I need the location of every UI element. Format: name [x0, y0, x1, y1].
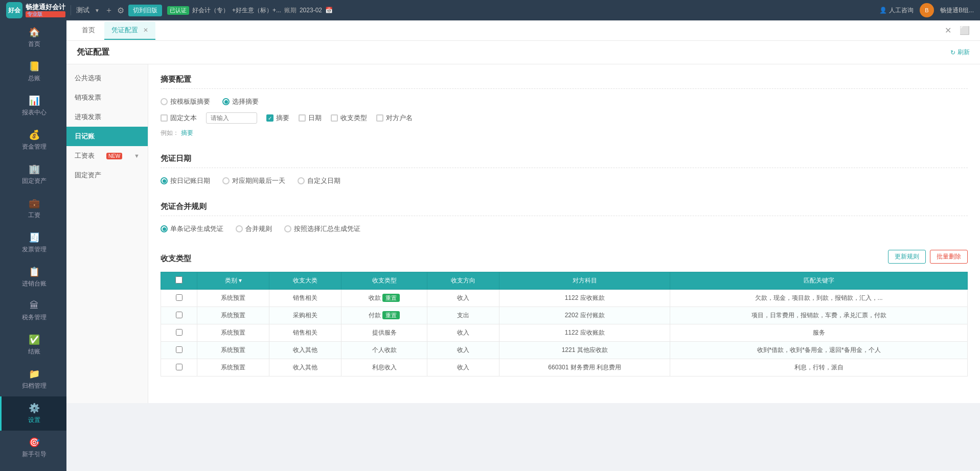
checkbox-date-box	[299, 114, 306, 122]
user-name: 畅捷通B组...	[940, 6, 974, 15]
home-icon: 🏠	[29, 27, 40, 38]
radio-single-label: 单条记录生成凭证	[170, 224, 223, 233]
sub-nav-salary[interactable]: 工资表 NEW ▼	[66, 146, 148, 166]
th-checkbox[interactable]	[161, 272, 197, 290]
row-checkbox-5[interactable]	[176, 364, 183, 370]
sidebar-item-reports[interactable]: 📊 报表中心	[0, 89, 66, 123]
service-button[interactable]: 👤 人工咨询	[879, 6, 914, 15]
radio-select[interactable]: 选择摘要	[222, 97, 259, 106]
radio-merge-circle	[236, 225, 243, 232]
reports-icon: 📊	[29, 95, 40, 106]
tab-voucher-config[interactable]: 凭证配置 ✕	[104, 21, 155, 40]
certified-tag: 已认证	[167, 6, 189, 15]
sidebar-item-settings[interactable]: ⚙️ 设置	[0, 396, 66, 431]
top-bar-right: 👤 人工咨询 B 畅捷通B组...	[879, 3, 974, 17]
content-area: 首页 凭证配置 ✕ ✕ ⬜ 凭证配置 ↻ 刷新	[66, 20, 980, 471]
row-checkbox-1[interactable]	[176, 294, 183, 301]
sidebar-item-closing[interactable]: ✅ 结账	[0, 328, 66, 362]
sidebar-item-tax[interactable]: 🏛 税务管理	[0, 294, 66, 328]
sidebar-item-assets[interactable]: 🏢 固定资产	[0, 157, 66, 192]
td-type-2: 付款 重置	[341, 307, 427, 324]
sub-nav-purchase-invoice[interactable]: 进项发票	[66, 107, 148, 127]
fixed-text-input[interactable]	[206, 112, 257, 124]
radio-custom-date[interactable]: 自定义日期	[298, 176, 340, 185]
checkbox-fixed-text-box	[161, 114, 168, 122]
reset-tag-1[interactable]: 重置	[382, 294, 400, 302]
page-content: 凭证配置 ↻ 刷新 公共选项 销项发票 进项发票	[66, 41, 980, 471]
radio-merge[interactable]: 合并规则	[236, 224, 272, 233]
row-checkbox-2[interactable]	[176, 312, 183, 318]
sub-nav-public[interactable]: 公共选项	[66, 68, 148, 88]
status-bar: 已认证 好会计（专） +好生意（标）+... 账期 2023-02 📅	[167, 6, 333, 15]
checkbox-type[interactable]: 收支类型	[331, 113, 367, 123]
checkbox-summary[interactable]: ✓ 摘要	[266, 113, 289, 123]
section-header-row: 收支类型 更新规则 批量删除	[161, 250, 968, 268]
sidebar-item-purchases[interactable]: 📋 进销台账	[0, 260, 66, 294]
td-category-4: 系统预置	[197, 342, 269, 359]
sidebar-item-funds[interactable]: 💰 资金管理	[0, 123, 66, 157]
sidebar-item-archive[interactable]: 📁 归档管理	[0, 362, 66, 396]
voucher-date-title: 凭证日期	[161, 154, 968, 168]
tab-bar-right: ✕ ⬜	[943, 25, 972, 36]
refresh-button[interactable]: ↻ 刷新	[950, 48, 970, 57]
td-keywords-5: 利息，行转，派自	[670, 359, 968, 376]
radio-single[interactable]: 单条记录生成凭证	[161, 224, 223, 233]
sidebar-item-payroll[interactable]: 💼 工资	[0, 192, 66, 226]
batch-delete-button[interactable]: 批量删除	[930, 250, 968, 264]
sub-nav-fixed-assets[interactable]: 固定资产	[66, 166, 148, 185]
th-category: 类别 ▾	[197, 272, 269, 290]
checkbox-counterpart-box	[376, 114, 383, 122]
window-close-icon[interactable]: ✕	[943, 25, 953, 36]
td-checkbox-2[interactable]	[161, 307, 197, 324]
checkbox-counterpart[interactable]: 对方户名	[376, 113, 413, 123]
window-maximize-icon[interactable]: ⬜	[958, 25, 972, 36]
sidebar-item-invoices[interactable]: 🧾 发票管理	[0, 226, 66, 260]
merge-rule-section: 凭证合并规则 单条记录生成凭证 合并规则	[161, 202, 968, 233]
radio-summary-gen[interactable]: 按照选择汇总生成凭证	[284, 224, 360, 233]
add-icon[interactable]: ＋	[105, 5, 113, 16]
td-checkbox-5[interactable]	[161, 359, 197, 376]
merge-rule-title: 凭证合并规则	[161, 202, 968, 216]
table-actions: 更新规则 批量删除	[888, 250, 968, 264]
radio-period-last[interactable]: 对应期间最后一天	[222, 176, 285, 185]
th-type: 收支类型	[341, 272, 427, 290]
tab-home[interactable]: 首页	[75, 21, 102, 40]
checkbox-fixed-text[interactable]: 固定文本	[161, 113, 197, 123]
income-expense-title: 收支类型	[161, 254, 191, 264]
row-checkbox-3[interactable]	[176, 329, 183, 336]
config-panel: 摘要配置 按模板版摘要 选择摘要	[148, 64, 980, 403]
sub-nav-sales-invoice[interactable]: 销项发票	[66, 88, 148, 107]
company-arrow-icon[interactable]: ▼	[95, 8, 100, 13]
table-row: 系统预置 销售相关 收款 重置 收入 1122 应收账款 欠款，现金，项目款，到…	[161, 290, 968, 307]
sub-nav-salary-label: 工资表	[75, 151, 95, 160]
settings-sidebar-icon: ⚙️	[29, 403, 40, 414]
sidebar-item-member[interactable]: 👑 畅会员	[0, 465, 66, 471]
td-bigtype-4: 收入其他	[269, 342, 341, 359]
row-checkbox-4[interactable]	[176, 346, 183, 353]
checkbox-date[interactable]: 日期	[299, 113, 322, 123]
td-checkbox-3[interactable]	[161, 324, 197, 342]
select-all-checkbox[interactable]	[175, 276, 183, 284]
td-direction-1: 收入	[427, 290, 499, 307]
logo-icon: 好会	[6, 2, 22, 18]
ledger-icon: 📒	[29, 61, 40, 72]
switch-old-btn[interactable]: 切到旧版	[128, 5, 162, 16]
reset-tag-2[interactable]: 重置	[382, 311, 400, 319]
sub-nav-journal[interactable]: 日记账	[66, 127, 148, 146]
sidebar-label-ledger: 总账	[28, 74, 40, 83]
update-rule-button[interactable]: 更新规则	[888, 250, 926, 264]
calendar-icon[interactable]: 📅	[325, 7, 333, 14]
radio-journal-date[interactable]: 按日记账日期	[161, 176, 210, 185]
example-label: 例如：	[161, 129, 179, 136]
invoices-icon: 🧾	[29, 232, 40, 243]
sidebar-item-guide[interactable]: 🎯 新手引导	[0, 431, 66, 465]
td-checkbox-1[interactable]	[161, 290, 197, 307]
tab-close-icon[interactable]: ✕	[143, 27, 148, 34]
sidebar-label-guide: 新手引导	[22, 450, 47, 459]
settings-icon[interactable]: ⚙	[117, 6, 124, 15]
sidebar-item-home[interactable]: 🏠 首页	[0, 20, 66, 55]
sidebar-label-archive: 归档管理	[22, 382, 47, 390]
radio-template[interactable]: 按模板版摘要	[161, 97, 210, 106]
td-checkbox-4[interactable]	[161, 342, 197, 359]
sidebar-item-ledger[interactable]: 📒 总账	[0, 55, 66, 89]
